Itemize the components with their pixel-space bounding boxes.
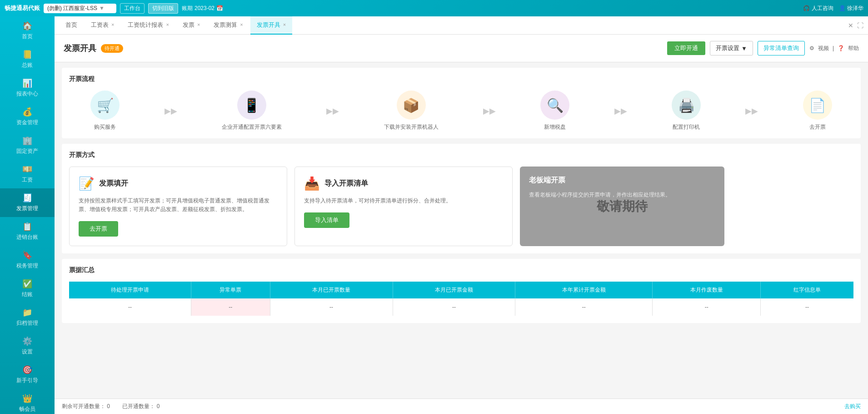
config-icon-wrap: 📱 bbox=[237, 91, 266, 120]
support-button[interactable]: 🎧 人工咨询 bbox=[803, 5, 833, 12]
video-icon: ⚙ bbox=[809, 45, 814, 51]
tab-invoice-issue[interactable]: 发票开具 × bbox=[250, 16, 292, 35]
tab-invoice-list-close[interactable]: × bbox=[197, 22, 200, 27]
sidebar-item-funds[interactable]: 💰 资金管理 bbox=[0, 102, 55, 131]
import-card-title: 导入开票清单 bbox=[324, 179, 368, 188]
sidebar-item-archive[interactable]: 📁 归档管理 bbox=[0, 303, 55, 332]
bottom-bar: 剩余可开通数量： 0 已开通数量： 0 去购买 bbox=[55, 399, 868, 414]
cell-red: -- bbox=[761, 298, 853, 316]
expand-icon[interactable]: ⛶ bbox=[857, 22, 863, 29]
sidebar-item-ledger[interactable]: 📒 总账 bbox=[0, 45, 55, 74]
tab-invoice-list-label: 发票 bbox=[183, 21, 195, 29]
sidebar-item-purchase[interactable]: 📋 进销台账 bbox=[0, 217, 55, 246]
summary-section-title: 票据汇总 bbox=[69, 266, 853, 274]
guide-icon: 🎯 bbox=[22, 365, 32, 375]
tab-salary-report-close[interactable]: × bbox=[166, 22, 169, 27]
summary-col-red: 红字信息单 bbox=[761, 282, 853, 298]
go-issue-button[interactable]: 去开票 bbox=[79, 221, 118, 237]
taxplate-label: 新增税盘 bbox=[544, 123, 566, 131]
tab-invoice-issue-label: 发票开具 bbox=[257, 21, 280, 29]
help-icon: ❓ bbox=[838, 45, 844, 51]
invoice-icon: 🧾 bbox=[22, 193, 32, 203]
issued-value: 0 bbox=[157, 403, 160, 409]
tab-invoice-calc-label: 发票测算 bbox=[214, 21, 237, 29]
cell-void: -- bbox=[653, 298, 761, 316]
workspace-button[interactable]: 工作台 bbox=[120, 3, 145, 14]
tab-invoice-list[interactable]: 发票 × bbox=[176, 16, 206, 35]
content-area: 首页 工资表 × 工资统计报表 × 发票 × 发票测算 × 发票开具 × bbox=[55, 16, 868, 414]
sidebar-label-ledger: 总账 bbox=[22, 61, 33, 69]
status-badge: 待开通 bbox=[101, 44, 123, 53]
flow-step-buy: 🛒 购买服务 bbox=[90, 91, 120, 131]
calendar-icon[interactable]: 📅 bbox=[216, 5, 223, 11]
chevron-down-icon: ▼ bbox=[741, 45, 747, 52]
summary-col-void: 本月作废数量 bbox=[653, 282, 761, 298]
sidebar-item-assets[interactable]: 🏢 固定资产 bbox=[0, 131, 55, 160]
settings-label: 开票设置 bbox=[716, 44, 739, 52]
open-settings-button[interactable]: 开票设置 ▼ bbox=[710, 41, 753, 56]
printer-label: 配置打印机 bbox=[673, 123, 700, 131]
flow-step-config: 📱 企业开通配置开票六要素 bbox=[222, 91, 282, 131]
tab-salary-table[interactable]: 工资表 × bbox=[85, 16, 120, 35]
sidebar-item-guide[interactable]: 🎯 新手引导 bbox=[0, 360, 55, 389]
avatar-icon: 👤 bbox=[839, 5, 846, 11]
download-label: 下载并安装开票机器人 bbox=[384, 123, 439, 131]
sidebar-item-salary[interactable]: 💴 工资 bbox=[0, 160, 55, 188]
summary-col-month-amount: 本月已开票金额 bbox=[393, 282, 515, 298]
sidebar-label-purchase: 进销台账 bbox=[16, 233, 38, 241]
remaining-value: 0 bbox=[107, 403, 110, 409]
top-bar: 畅捷通易代账 (勿删) 江西服室-LSS ▼ 工作台 切到旧版 账期 2023-… bbox=[0, 0, 868, 16]
abnormal-query-button[interactable]: 异常清单查询 bbox=[758, 41, 805, 56]
sidebar-item-member[interactable]: 👑 畅会员 bbox=[0, 389, 55, 414]
buy-service-icon: 🛒 bbox=[97, 97, 114, 113]
user-avatar[interactable]: 👤 徐泽华 bbox=[839, 5, 863, 12]
sidebar-item-settlement[interactable]: ✅ 结账 bbox=[0, 274, 55, 303]
headset-icon: 🎧 bbox=[803, 5, 810, 11]
method-section-title: 开票方式 bbox=[69, 151, 853, 159]
open-now-button[interactable]: 立即开通 bbox=[667, 41, 705, 55]
tab-invoice-calc[interactable]: 发票测算 × bbox=[207, 16, 249, 35]
sidebar: 🏠 首页 📒 总账 📊 报表中心 💰 资金管理 🏢 固定资产 💴 工资 🧾 发票… bbox=[0, 16, 55, 414]
home-icon: 🏠 bbox=[22, 21, 32, 31]
help-label: 帮助 bbox=[848, 45, 859, 52]
settlement-icon: ✅ bbox=[22, 279, 32, 289]
flow-step-taxplate: 🔍 新增税盘 bbox=[540, 91, 569, 131]
company-selector[interactable]: (勿删) 江西服室-LSS ▼ bbox=[44, 4, 116, 13]
flow-step-printer: 🖨️ 配置打印机 bbox=[672, 91, 701, 131]
issued-label: 已开通数量： bbox=[122, 403, 155, 409]
sidebar-label-tax: 税务管理 bbox=[16, 262, 38, 270]
tab-invoice-issue-close[interactable]: × bbox=[283, 22, 286, 27]
buy-link[interactable]: 去购买 bbox=[844, 403, 861, 410]
tab-invoice-calc-close[interactable]: × bbox=[240, 22, 243, 27]
reports-icon: 📊 bbox=[22, 78, 32, 88]
tab-salary-report[interactable]: 工资统计报表 × bbox=[121, 16, 175, 35]
tab-salary-table-close[interactable]: × bbox=[111, 22, 114, 27]
issue-label: 去开票 bbox=[809, 123, 826, 131]
tab-salary-report-label: 工资统计报表 bbox=[128, 21, 163, 29]
coming-soon-label: 敬请期待 bbox=[597, 198, 648, 215]
tab-home[interactable]: 首页 bbox=[59, 16, 84, 35]
sidebar-item-settings[interactable]: ⚙️ 设置 bbox=[0, 332, 55, 360]
cell-year-amount: -- bbox=[515, 298, 653, 316]
assets-icon: 🏢 bbox=[22, 136, 32, 146]
import-list-button[interactable]: 导入清单 bbox=[304, 212, 349, 228]
issue-icon-wrap: 📄 bbox=[803, 91, 832, 120]
sidebar-item-tax[interactable]: 🔖 税务管理 bbox=[0, 246, 55, 274]
sidebar-item-reports[interactable]: 📊 报表中心 bbox=[0, 74, 55, 102]
switch-old-button[interactable]: 切到旧版 bbox=[148, 3, 178, 14]
divider: | bbox=[833, 45, 834, 51]
chevron-down-icon: ▼ bbox=[99, 5, 105, 11]
close-all-icon[interactable]: ✕ bbox=[848, 22, 853, 29]
bottom-bar-info: 剩余可开通数量： 0 已开通数量： 0 bbox=[62, 403, 160, 410]
sidebar-item-home[interactable]: 🏠 首页 bbox=[0, 16, 55, 45]
sidebar-item-invoice[interactable]: 🧾 发票管理 bbox=[0, 188, 55, 217]
cell-pending: -- bbox=[69, 298, 191, 316]
tab-bar: 首页 工资表 × 工资统计报表 × 发票 × 发票测算 × 发票开具 × bbox=[55, 16, 868, 35]
manual-card-icon: 📝 bbox=[79, 176, 95, 191]
method-card-manual: 📝 发票填开 支持按照发票样式手工填写开发票；可开具增值税电子普通发票、增值税普… bbox=[69, 167, 287, 246]
sidebar-label-member: 畅会员 bbox=[19, 405, 35, 413]
video-label: 视频 bbox=[818, 45, 829, 52]
method-section: 开票方式 📝 发票填开 支持按照发票样式手工填写开发票；可开具增值税电子普通发票… bbox=[62, 144, 861, 253]
flow-section: 开票流程 🛒 购买服务 ▶▶ 📱 企业开通配置开票六要素 bbox=[62, 68, 861, 138]
salary-icon: 💴 bbox=[22, 164, 32, 174]
